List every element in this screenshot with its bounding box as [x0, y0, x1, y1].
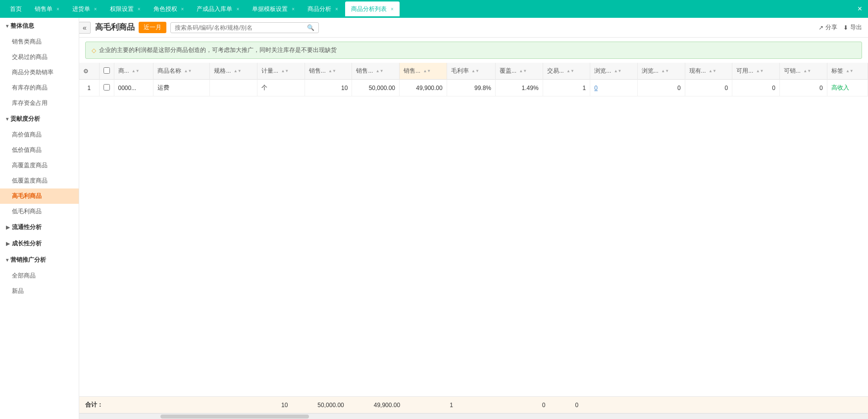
nav-tab-sales[interactable]: 销售单 ×: [29, 1, 65, 16]
col-current-header[interactable]: 现有... ▲▼: [685, 63, 732, 80]
sort-salenet[interactable]: ▲▼: [423, 69, 431, 73]
row-view1[interactable]: 0: [590, 80, 638, 96]
bottom-scrollbar[interactable]: [79, 413, 868, 419]
sort-unit[interactable]: ▲▼: [281, 69, 289, 73]
nav-tab-permission[interactable]: 权限设置 ×: [104, 1, 147, 16]
row-tag: 高收入: [827, 80, 868, 96]
nav-tab-product-entry[interactable]: 产成品入库单 ×: [191, 1, 245, 16]
col-checkbox-header[interactable]: [99, 63, 114, 80]
sidebar-item-all-goods[interactable]: 全部商品: [0, 268, 79, 283]
sidebar-item-high-margin[interactable]: 高毛利商品: [0, 188, 79, 204]
sort-saleqty[interactable]: ▲▼: [328, 69, 336, 73]
row-available: 0: [732, 80, 780, 96]
row-checkbox[interactable]: [99, 80, 114, 96]
window-close-button[interactable]: ×: [858, 4, 862, 13]
scrollbar-thumb[interactable]: [160, 415, 309, 419]
col-spec-header[interactable]: 规格... ▲▼: [210, 63, 257, 80]
col-saleqty-header[interactable]: 销售... ▲▼: [305, 63, 352, 80]
filter-period-button[interactable]: 近一月: [139, 22, 166, 33]
search-input[interactable]: [175, 24, 307, 31]
row-current: 0: [685, 80, 732, 96]
sidebar-group-marketing[interactable]: ▾ 营销推广分析: [0, 252, 79, 268]
sort-tag[interactable]: ▲▼: [846, 69, 854, 73]
col-view2-header[interactable]: 浏览... ▲▼: [637, 63, 685, 80]
close-purchase-tab[interactable]: ×: [94, 6, 97, 12]
export-icon: ⬇: [843, 24, 848, 31]
sort-name[interactable]: ▲▼: [184, 69, 192, 73]
share-button[interactable]: ↗ 分享: [818, 23, 837, 32]
sidebar-item-stock-capital[interactable]: 库存资金占用: [0, 95, 79, 111]
sort-saleable[interactable]: ▲▼: [803, 69, 811, 73]
nav-tab-purchase[interactable]: 进货单 ×: [66, 1, 103, 16]
info-bar: ◇ 企业的主要的利润都是这部分商品创造的，可考虑加大推广，同时关注库存是不要出现…: [85, 42, 862, 59]
sidebar-item-sales-goods[interactable]: 销售类商品: [0, 34, 79, 49]
sort-grossrate[interactable]: ▲▼: [471, 69, 479, 73]
content-header: « 高毛利商品 近一月 🔍 ↗ 分享 ⬇ 导出: [79, 18, 868, 38]
search-box: 🔍: [170, 22, 319, 33]
close-analysis-tab[interactable]: ×: [335, 6, 338, 12]
sort-view2[interactable]: ▲▼: [661, 69, 669, 73]
sort-saleamt[interactable]: ▲▼: [376, 69, 384, 73]
sidebar-item-low-margin[interactable]: 低毛利商品: [0, 204, 79, 219]
sidebar-group-growth[interactable]: ▶ 成长性分析: [0, 235, 79, 252]
col-settings[interactable]: ⚙: [79, 63, 99, 80]
nav-tab-role[interactable]: 角色授权 ×: [148, 1, 190, 16]
col-grossrate-header[interactable]: 毛利率 ▲▼: [447, 63, 495, 80]
close-role-tab[interactable]: ×: [181, 6, 184, 12]
footer-available: 0: [575, 402, 579, 409]
sort-current[interactable]: ▲▼: [709, 69, 716, 73]
sidebar-item-high-coverage[interactable]: 高覆盖度商品: [0, 158, 79, 173]
header-actions: ↗ 分享 ⬇ 导出: [818, 23, 862, 32]
row-name: 运费: [153, 80, 210, 96]
col-coverage-header[interactable]: 覆盖... ▲▼: [495, 63, 543, 80]
col-available-header[interactable]: 可用... ▲▼: [732, 63, 780, 80]
col-tag-header[interactable]: 标签 ▲▼: [827, 63, 868, 80]
col-view1-header[interactable]: 浏览... ▲▼: [590, 63, 638, 80]
nav-tab-template[interactable]: 单据模板设置 ×: [246, 1, 301, 16]
sidebar-item-low-value[interactable]: 低价值商品: [0, 142, 79, 158]
row-coverage: 1.49%: [495, 80, 543, 96]
row-select-checkbox[interactable]: [103, 84, 110, 91]
col-trade-header[interactable]: 交易... ▲▼: [543, 63, 590, 80]
col-unit-header[interactable]: 计量... ▲▼: [257, 63, 305, 80]
col-salenet-header[interactable]: 销售... ▲▼: [400, 63, 447, 80]
close-analysis-list-tab[interactable]: ×: [391, 6, 394, 12]
sidebar: ▾ 整体信息 销售类商品 交易过的商品 商品分类助销率 有库存的商品 库存资金占…: [0, 18, 79, 419]
arrow-liquidity: ▶: [6, 225, 10, 230]
close-permission-tab[interactable]: ×: [138, 6, 141, 12]
arrow-overall: ▾: [6, 23, 8, 29]
sort-view1[interactable]: ▲▼: [614, 69, 622, 73]
main-layout: ▾ 整体信息 销售类商品 交易过的商品 商品分类助销率 有库存的商品 库存资金占…: [0, 18, 868, 419]
sort-spec[interactable]: ▲▼: [234, 69, 242, 73]
export-button[interactable]: ⬇ 导出: [843, 23, 862, 32]
col-saleamt-header[interactable]: 销售... ▲▼: [352, 63, 400, 80]
nav-tab-analysis-list[interactable]: 商品分析列表 ×: [345, 1, 400, 16]
sort-trade[interactable]: ▲▼: [566, 69, 574, 73]
sidebar-item-category-rate[interactable]: 商品分类助销率: [0, 65, 79, 80]
page-title: 高毛利商品: [95, 22, 135, 33]
close-template-tab[interactable]: ×: [292, 6, 295, 12]
collapse-sidebar-button[interactable]: «: [79, 22, 91, 34]
close-sales-tab[interactable]: ×: [56, 6, 59, 12]
sidebar-item-traded-goods[interactable]: 交易过的商品: [0, 49, 79, 65]
row-grossrate: 99.8%: [447, 80, 495, 96]
col-code-header[interactable]: 商... ▲▼: [114, 63, 153, 80]
sort-code[interactable]: ▲▼: [132, 69, 140, 73]
sidebar-item-low-coverage[interactable]: 低覆盖度商品: [0, 173, 79, 188]
col-name-header[interactable]: 商品名称 ▲▼: [153, 63, 210, 80]
sidebar-item-new-goods[interactable]: 新品: [0, 283, 79, 299]
nav-tab-analysis[interactable]: 商品分析 ×: [302, 1, 344, 16]
sidebar-group-overall[interactable]: ▾ 整体信息: [0, 18, 79, 34]
close-product-entry-tab[interactable]: ×: [236, 6, 239, 12]
search-icon[interactable]: 🔍: [307, 24, 314, 31]
nav-tab-home[interactable]: 首页: [4, 1, 28, 16]
sort-available[interactable]: ▲▼: [756, 69, 764, 73]
sort-coverage[interactable]: ▲▼: [519, 69, 527, 73]
select-all-checkbox[interactable]: [103, 67, 110, 74]
sidebar-group-contribution[interactable]: ▾ 贡献度分析: [0, 111, 79, 127]
sidebar-group-liquidity[interactable]: ▶ 流通性分析: [0, 219, 79, 235]
sidebar-item-high-value[interactable]: 高价值商品: [0, 127, 79, 142]
col-saleable-header[interactable]: 可销... ▲▼: [779, 63, 827, 80]
sidebar-item-stocked-goods[interactable]: 有库存的商品: [0, 80, 79, 95]
footer-trade: 1: [450, 402, 453, 409]
